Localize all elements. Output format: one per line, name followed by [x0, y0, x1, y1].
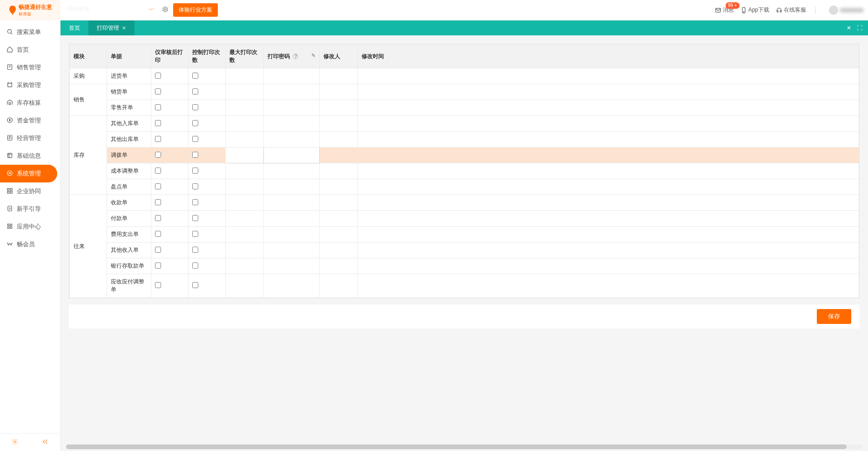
tab-print-manage[interactable]: 打印管理✕ [88, 20, 135, 35]
user-menu[interactable] [829, 6, 863, 15]
fullscreen-icon[interactable]: ⛶ [857, 25, 862, 31]
col-pwd: 打印密码 ?✎ [264, 45, 320, 68]
cell-mtime [358, 68, 859, 84]
close-icon[interactable]: ✕ [122, 25, 126, 31]
edit-icon[interactable]: ✎ [311, 53, 316, 59]
cell-max [226, 242, 264, 258]
cell-max [226, 116, 264, 132]
sidebar-item-label: 搜索菜单 [17, 28, 41, 36]
sidebar-footer [0, 433, 60, 451]
col-label: 打印密码 [268, 53, 290, 60]
tab-bar: 首页 打印管理✕ ✕ ⛶ [61, 20, 868, 35]
only-audit-checkbox[interactable] [155, 152, 161, 158]
tab-home[interactable]: 首页 [61, 20, 88, 35]
scrollbar-thumb[interactable] [66, 444, 847, 449]
cell-max [226, 100, 264, 116]
control-checkbox[interactable] [192, 183, 198, 189]
svg-rect-9 [7, 153, 12, 157]
control-checkbox[interactable] [192, 282, 198, 288]
cell-max[interactable] [226, 148, 264, 163]
sidebar-item-home[interactable]: 首页 [0, 41, 60, 59]
top-link-support[interactable]: 在线客服 [776, 6, 806, 14]
cell-max [226, 84, 264, 100]
control-checkbox[interactable] [192, 263, 198, 269]
sidebar-item-member[interactable]: 畅会员 [0, 236, 60, 253]
cell-max [226, 179, 264, 195]
control-checkbox[interactable] [192, 247, 198, 253]
only-audit-checkbox[interactable] [155, 88, 161, 94]
table-row: 其他出库单 [70, 132, 859, 148]
collapse-icon[interactable] [42, 438, 48, 446]
sidebar-item-appcenter[interactable]: 应用中心 [0, 218, 60, 236]
only-audit-checkbox[interactable] [155, 120, 161, 126]
control-checkbox[interactable] [192, 199, 198, 205]
control-checkbox[interactable] [192, 120, 198, 126]
control-checkbox[interactable] [192, 152, 198, 158]
control-checkbox[interactable] [192, 215, 198, 221]
cell-pwd[interactable] [264, 148, 320, 163]
top-link-label: App下载 [748, 6, 769, 14]
only-audit-checkbox[interactable] [155, 168, 161, 174]
only-audit-checkbox[interactable] [155, 104, 161, 110]
cell-modifier [320, 100, 358, 116]
only-audit-checkbox[interactable] [155, 183, 161, 189]
sidebar-item-operate[interactable]: 经营管理 [0, 129, 60, 147]
control-checkbox[interactable] [192, 136, 198, 142]
only-audit-checkbox[interactable] [155, 231, 161, 237]
sidebar-item-system[interactable]: 系统管理 [0, 165, 57, 182]
settings-icon[interactable] [12, 438, 18, 446]
try-industry-button[interactable]: 体验行业方案 [173, 3, 218, 17]
sidebar-item-search[interactable]: 搜索菜单 [0, 23, 60, 41]
only-audit-checkbox[interactable] [155, 199, 161, 205]
base-icon [7, 152, 13, 160]
sidebar-item-fund[interactable]: 资金管理 [0, 112, 60, 129]
sidebar-item-sales[interactable]: 销售管理 [0, 59, 60, 76]
control-checkbox[interactable] [192, 168, 198, 174]
only-audit-checkbox[interactable] [155, 247, 161, 253]
sidebar-item-corp[interactable]: 企业协同 [0, 182, 60, 200]
sidebar-item-guide[interactable]: 新手引导 [0, 200, 60, 218]
help-icon[interactable]: ? [293, 54, 298, 59]
sidebar-item-stock[interactable]: 库存核算 [0, 94, 60, 112]
cell-only-audit [151, 100, 188, 116]
control-checkbox[interactable] [192, 231, 198, 237]
svg-rect-17 [7, 224, 9, 226]
sidebar-item-label: 基础信息 [17, 152, 41, 160]
cell-modifier [320, 84, 358, 100]
only-audit-checkbox[interactable] [155, 263, 161, 269]
svg-point-4 [7, 29, 11, 33]
cell-doc: 银行存取款单 [107, 258, 151, 274]
sidebar-item-purchase[interactable]: 采购管理 [0, 76, 60, 94]
control-checkbox[interactable] [192, 88, 198, 94]
horizontal-scrollbar[interactable] [66, 444, 862, 449]
top-link-label: 在线客服 [784, 6, 806, 14]
table-row: 库存其他入库单 [70, 116, 859, 132]
cell-doc: 成本调整单 [107, 163, 151, 179]
only-audit-checkbox[interactable] [155, 215, 161, 221]
col-module: 模块 [70, 45, 107, 68]
footer-bar: 保存 [69, 304, 860, 329]
only-audit-checkbox[interactable] [155, 282, 161, 288]
sidebar-item-base[interactable]: 基础信息 [0, 147, 60, 165]
control-checkbox[interactable] [192, 73, 198, 79]
cell-only-audit [151, 274, 188, 298]
cell-only-audit [151, 132, 188, 148]
top-links: 消息 99 + App下载 在线客服 [715, 6, 863, 15]
table-row: 其他收入单 [70, 242, 859, 258]
svg-point-21 [14, 441, 16, 443]
top-link-app[interactable]: App下载 [740, 6, 769, 14]
cell-doc: 盘点单 [107, 179, 151, 195]
topbar: 畅捷通好生意 标准版 ＊＊＊＊ ﹀ 体验行业方案 消息 99 + App下载 [0, 0, 868, 20]
only-audit-checkbox[interactable] [155, 73, 161, 79]
top-link-messages[interactable]: 消息 99 + [715, 6, 734, 14]
chevron-down-icon: ﹀ [149, 6, 155, 14]
cell-control [188, 227, 226, 242]
save-button[interactable]: 保存 [817, 309, 851, 324]
gear-icon[interactable] [162, 6, 168, 14]
only-audit-checkbox[interactable] [155, 136, 161, 142]
sidebar-item-label: 库存核算 [17, 99, 41, 107]
tab-close-all-icon[interactable]: ✕ [847, 25, 851, 31]
control-checkbox[interactable] [192, 104, 198, 110]
cell-only-audit [151, 242, 188, 258]
org-selector[interactable]: ＊＊＊＊ ﹀ [64, 4, 157, 17]
